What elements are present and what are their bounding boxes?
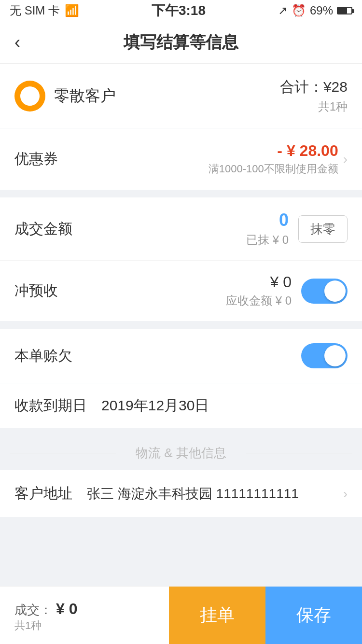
round-off-button[interactable]: 抹零 [298,215,348,243]
transaction-row: 成交金额 0 已抹 ¥ 0 抹零 [0,197,362,261]
bottom-summary-amount: ¥ 0 [56,600,77,618]
coupon-row[interactable]: 优惠券 - ¥ 28.00 满1000-100不限制使用金额 › [0,128,362,190]
debt-toggle[interactable] [301,343,348,368]
address-chevron-icon: › [343,486,348,502]
customer-row: 零散客户 合计：¥28 共1种 [0,64,362,128]
logistics-card: 物流 & 其他信息 客户地址 张三 海淀永丰科技园 11111111111 › [0,436,362,517]
bottom-summary-title: 成交： [14,602,52,618]
customer-right: 合计：¥28 共1种 [280,77,348,114]
debt-card: 本单赊欠 收款到期日 2019年12月30日 [0,329,362,428]
debt-label: 本单赊欠 [14,346,72,366]
logistics-line-left [10,453,116,453]
bottom-summary-count: 共1种 [14,618,169,633]
address-value: 张三 海淀永丰科技园 11111111111 [87,485,343,503]
logistics-label: 物流 & 其他信息 [136,445,226,462]
prepay-sub: 应收金额 ¥ 0 [226,293,292,308]
prepay-label: 冲预收 [14,281,58,301]
total-amount: 合计：¥28 [280,77,348,97]
debt-toggle-knob [324,345,346,366]
status-left: 无 SIM 卡 📶 [10,3,79,18]
prepay-toggle[interactable] [301,279,348,304]
coupon-amount: - ¥ 28.00 [209,142,338,160]
customer-left: 零散客户 [14,81,116,112]
page-title: 填写结算等信息 [124,31,238,54]
nav-bar: ‹ 填写结算等信息 [0,21,362,64]
prepay-amounts: ¥ 0 应收金额 ¥ 0 [226,273,292,308]
transaction-right: 0 已抹 ¥ 0 抹零 [246,210,348,248]
wifi-icon: 📶 [65,4,79,17]
save-button[interactable]: 保存 [265,587,362,644]
bottom-summary: 成交： ¥ 0 共1种 [0,598,169,633]
transaction-card: 成交金额 0 已抹 ¥ 0 抹零 冲预收 ¥ 0 应收金额 ¥ 0 [0,197,362,321]
pending-button[interactable]: 挂单 [169,587,265,644]
main-content: 零散客户 合计：¥28 共1种 优惠券 - ¥ 28.00 满1000-100不… [0,64,362,592]
status-time: 下午3:18 [152,1,206,20]
logistics-line-right [246,453,352,453]
debt-row: 本单赊欠 [0,329,362,383]
coupon-label: 优惠券 [14,149,58,169]
battery-percent: 69% [310,4,333,17]
logistics-divider: 物流 & 其他信息 [0,436,362,470]
customer-card: 零散客户 合计：¥28 共1种 优惠券 - ¥ 28.00 满1000-100不… [0,64,362,190]
avatar-inner [20,86,40,106]
total-count: 共1种 [280,99,348,114]
due-date-label: 收款到期日 [14,396,87,416]
transaction-label: 成交金额 [14,219,72,239]
location-icon: ↗ [278,4,288,17]
transaction-amount-col: 0 已抹 ¥ 0 [246,210,289,248]
address-row[interactable]: 客户地址 张三 海淀永丰科技园 11111111111 › [0,470,362,517]
coupon-chevron-icon: › [343,152,348,167]
sim-text: 无 SIM 卡 [10,3,60,18]
coupon-info: - ¥ 28.00 满1000-100不限制使用金额 [209,142,338,176]
transaction-sub: 已抹 ¥ 0 [246,232,289,248]
due-date-value: 2019年12月30日 [101,396,209,416]
coupon-right: - ¥ 28.00 满1000-100不限制使用金额 › [209,142,348,176]
customer-name: 零散客户 [54,85,116,107]
battery-icon [337,7,352,14]
transaction-amount: 0 [246,210,289,230]
status-right: ↗ ⏰ 69% [278,4,352,17]
prepay-right: ¥ 0 应收金额 ¥ 0 [226,273,348,308]
back-button[interactable]: ‹ [14,32,20,53]
customer-avatar [14,81,45,112]
alarm-icon: ⏰ [292,4,306,17]
coupon-desc: 满1000-100不限制使用金额 [209,162,338,176]
prepay-row: 冲预收 ¥ 0 应收金额 ¥ 0 [0,261,362,321]
due-date-row: 收款到期日 2019年12月30日 [0,383,362,428]
address-label: 客户地址 [14,484,72,504]
prepay-toggle-knob [324,280,346,302]
bottom-bar: 成交： ¥ 0 共1种 挂单 保存 [0,586,362,644]
prepay-amount: ¥ 0 [226,273,292,291]
status-bar: 无 SIM 卡 📶 下午3:18 ↗ ⏰ 69% [0,0,362,21]
